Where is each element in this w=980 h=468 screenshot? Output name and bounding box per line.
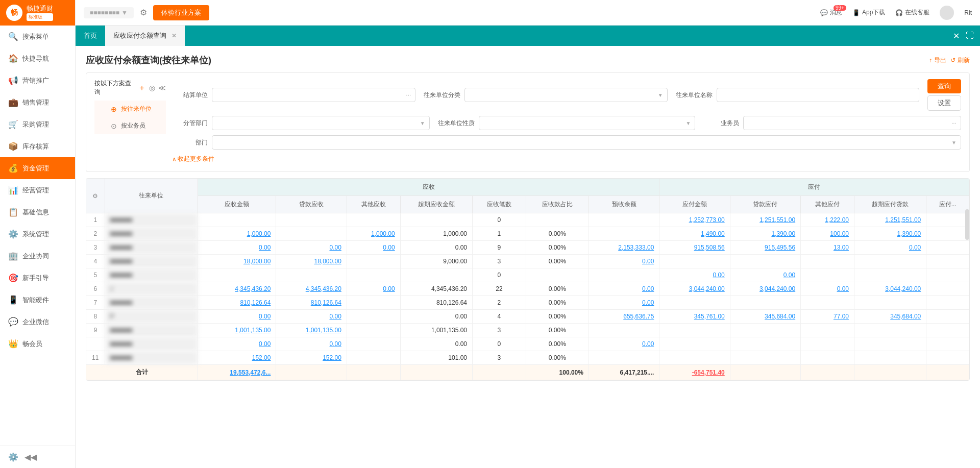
settings-bottom-icon[interactable]: ⚙️ bbox=[8, 452, 18, 462]
submenu-by-salesperson[interactable]: ⊙ 按业务员 bbox=[94, 117, 166, 134]
sidebar-label-finance: 资金管理 bbox=[22, 164, 49, 173]
filter-collapse-icon[interactable]: ≪ bbox=[158, 84, 166, 92]
col-ar-count: 应收笔数 bbox=[473, 196, 526, 213]
footer-ar-other bbox=[347, 365, 400, 380]
online-service-button[interactable]: 🎧 在线客服 bbox=[895, 8, 929, 17]
tabbar-actions: ✕ ⛶ bbox=[953, 26, 980, 46]
submenu-by-partner[interactable]: ⊕ 按往来单位 bbox=[94, 101, 166, 117]
partner-name-input[interactable] bbox=[717, 88, 919, 102]
partner-category-input[interactable]: ▼ bbox=[464, 88, 667, 102]
home-tab-label: 首页 bbox=[84, 31, 97, 40]
partner-name: ■■■■■■ bbox=[105, 255, 198, 268]
partner-name: P bbox=[105, 310, 198, 324]
sidebar-item-guide[interactable]: 🎯 新手引导 bbox=[0, 267, 75, 289]
sidebar-item-quick-nav[interactable]: 🏠 快捷导航 bbox=[0, 47, 75, 69]
partner-nature-input[interactable]: ▼ bbox=[479, 116, 696, 130]
message-button[interactable]: 💬 消息 99+ bbox=[820, 8, 842, 17]
sidebar-item-wechat[interactable]: 💬 企业微信 bbox=[0, 311, 75, 333]
username-label: Rit bbox=[964, 9, 972, 16]
department-chevron: ▼ bbox=[951, 140, 957, 145]
main-area: ■■■■■■■■ ▼ ⚙ 体验行业方案 💬 消息 99+ 📱 App下载 🎧 在… bbox=[76, 0, 980, 468]
filter-row-3: 部门 ▼ bbox=[172, 135, 961, 150]
export-label: 导出 bbox=[934, 56, 946, 65]
sidebar-item-hardware[interactable]: 📱 智能硬件 bbox=[0, 289, 75, 311]
message-badge: 99+ bbox=[834, 5, 846, 11]
table-row: 3■■■■■■0.000.000.000.0090.00%2,153,333.0… bbox=[86, 241, 969, 255]
app-download-button[interactable]: 📱 App下载 bbox=[852, 8, 885, 17]
collapse-more-button[interactable]: ∧ 收起更多条件 bbox=[172, 155, 214, 163]
sidebar-item-search-menu[interactable]: 🔍 搜索菜单 bbox=[0, 26, 75, 47]
sidebar-item-basic[interactable]: 📋 基础信息 bbox=[0, 201, 75, 223]
export-button[interactable]: ↑ 导出 bbox=[929, 56, 946, 65]
refresh-button[interactable]: ↺ 刷新 bbox=[950, 56, 970, 65]
sidebar-item-marketing[interactable]: 📢 营销推广 bbox=[0, 69, 75, 91]
department-input[interactable]: ▼ bbox=[212, 135, 961, 150]
sidebar-item-finance[interactable]: 💰 资金管理 bbox=[0, 157, 75, 179]
sidebar-label-quick-nav: 快捷导航 bbox=[22, 54, 49, 63]
sidebar-label-system: 系统管理 bbox=[22, 230, 49, 239]
setting-button[interactable]: 设置 bbox=[927, 95, 961, 111]
industry-solution-button[interactable]: 体验行业方案 bbox=[153, 5, 209, 20]
filter-target-icon[interactable]: ◎ bbox=[149, 84, 155, 92]
dept-label: 分管部门 bbox=[172, 119, 208, 128]
partner-name-label: 往来单位名称 bbox=[676, 91, 713, 100]
search-menu-icon: 🔍 bbox=[8, 32, 18, 41]
guide-icon: 🎯 bbox=[8, 273, 18, 283]
sidebar-item-inventory[interactable]: 📦 库存核算 bbox=[0, 135, 75, 157]
collapse-sidebar-icon[interactable]: ◀◀ bbox=[24, 452, 37, 462]
settlement-input[interactable]: ··· bbox=[212, 88, 415, 102]
footer-ar-loan bbox=[276, 365, 347, 380]
filter-scheme-label: 按以下方案查询 bbox=[94, 79, 135, 96]
table-footer-row: 合计 19,553,472,6... 100.00% 6,417,215....… bbox=[86, 365, 969, 380]
salesperson-input[interactable]: ··· bbox=[743, 116, 961, 130]
tabbar-expand-icon[interactable]: ⛶ bbox=[966, 31, 974, 40]
sidebar-item-purchase[interactable]: 🛒 采购管理 bbox=[0, 113, 75, 135]
table-gear-icon[interactable]: ⚙ bbox=[92, 192, 98, 200]
topbar-gear-icon[interactable]: ⚙ bbox=[140, 8, 147, 17]
basic-icon: 📋 bbox=[8, 207, 18, 217]
vertical-scrollbar[interactable] bbox=[965, 209, 969, 240]
col-gear[interactable]: ⚙ bbox=[86, 179, 105, 213]
tabbar-close-icon[interactable]: ✕ bbox=[953, 31, 960, 41]
page-actions: ↑ 导出 ↺ 刷新 bbox=[929, 56, 970, 65]
sidebar-bottom: ⚙️ ◀◀ bbox=[0, 446, 75, 468]
page-header: 应收应付余额查询(按往来单位) ↑ 导出 ↺ 刷新 bbox=[86, 54, 970, 66]
tab-ar-ap[interactable]: 应收应付余额查询 ✕ bbox=[105, 26, 185, 46]
sidebar-item-system[interactable]: ⚙️ 系统管理 bbox=[0, 223, 75, 245]
department-label: 部门 bbox=[172, 138, 208, 147]
footer-ap-amount[interactable]: -654,751.40 bbox=[659, 365, 730, 380]
partner-name: ■■■■■■ bbox=[105, 227, 198, 241]
col-ar-other: 其他应收 bbox=[347, 196, 400, 213]
table-row: 1■■■■■■01,252,773.001,251,551.001,222.00… bbox=[86, 213, 969, 227]
service-label: 在线客服 bbox=[905, 8, 929, 17]
dept-input[interactable]: ▼ bbox=[212, 116, 430, 130]
table-row: 7■■■■■■810,126.64810,126.64810,126.6420.… bbox=[86, 296, 969, 310]
query-button[interactable]: 查询 bbox=[927, 79, 961, 93]
footer-ar-overdue bbox=[400, 365, 472, 380]
footer-ap-overdue bbox=[854, 365, 926, 380]
tab-home[interactable]: 首页 bbox=[76, 26, 105, 46]
filter-group-department: 部门 ▼ bbox=[172, 135, 961, 150]
finance-icon: 💰 bbox=[8, 163, 18, 173]
table-row: 4■■■■■■18,000.0018,000.009,000.0030.00%0… bbox=[86, 255, 969, 268]
partner-category-chevron: ▼ bbox=[658, 92, 663, 98]
page-title: 应收应付余额查询(按往来单位) bbox=[86, 54, 211, 66]
logo-name: 畅捷通财 bbox=[27, 5, 53, 13]
collapse-more-area: ∧ 收起更多条件 bbox=[172, 153, 961, 165]
table-row: 6√4,345,436.204,345,436.200.004,345,436.… bbox=[86, 282, 969, 296]
operation-icon: 📊 bbox=[8, 185, 18, 195]
sidebar-label-purchase: 采购管理 bbox=[22, 120, 49, 129]
sidebar-item-operation[interactable]: 📊 经营管理 bbox=[0, 179, 75, 201]
filter-add-button[interactable]: ＋ bbox=[138, 83, 146, 93]
filter-panel: 按以下方案查询 ＋ ◎ ≪ ⊕ 按往来单位 ⊙ bbox=[86, 72, 970, 172]
topbar-company-name: ■■■■■■■■ bbox=[90, 9, 119, 16]
salesperson-dots: ··· bbox=[951, 119, 957, 127]
footer-ar-amount[interactable]: 19,553,472,6... bbox=[198, 365, 276, 380]
col-ap-amount: 应付金额 bbox=[659, 196, 730, 213]
footer-ap-more bbox=[926, 365, 969, 380]
sidebar-item-sales[interactable]: 💼 销售管理 bbox=[0, 91, 75, 113]
sidebar-item-enterprise[interactable]: 🏢 企业协同 bbox=[0, 245, 75, 267]
sidebar-item-member[interactable]: 👑 畅会员 bbox=[0, 333, 75, 355]
tab-close-icon[interactable]: ✕ bbox=[172, 32, 177, 39]
submenu-area: ⊕ 按往来单位 ⊙ 按业务员 bbox=[94, 101, 166, 134]
